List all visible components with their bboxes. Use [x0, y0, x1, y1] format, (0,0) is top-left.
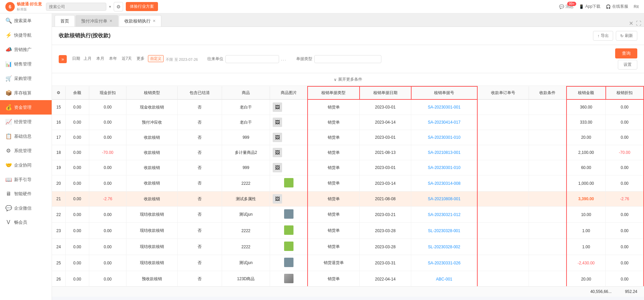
purchase-icon: 🛒	[5, 75, 11, 82]
sidebar-item-label: 经营管理	[14, 119, 32, 125]
date-opt-last-month[interactable]: 上月	[82, 55, 93, 62]
cell-balance: 0.00	[65, 271, 89, 287]
date-opt-this-year[interactable]: 本年	[108, 55, 118, 62]
guide-icon: 📖	[5, 176, 11, 183]
sidebar-item-member[interactable]: V 畅会员	[0, 215, 52, 229]
table-row: 21 0.00 -2.76 收款核销 否 测试多属性 🖼 销货单 2021-08…	[52, 191, 644, 207]
sidebar-item-label: 畅会员	[14, 219, 27, 225]
expand-label: 展开更多条件	[338, 77, 362, 82]
col-settings[interactable]: ⚙	[52, 86, 65, 99]
query-button[interactable]: 查询	[615, 48, 637, 58]
tab-collection-close[interactable]: ✕	[153, 19, 156, 23]
tab-home[interactable]: 首页	[55, 15, 75, 27]
sidebar-item-wechat[interactable]: 💬 企业微信	[0, 201, 52, 215]
sidebar-item-enterprise[interactable]: 🤝 企业协同	[0, 158, 52, 172]
refresh-button[interactable]: ↻ 刷新	[616, 31, 637, 41]
date-opt-this-month[interactable]: 本月	[95, 55, 106, 62]
cancel-no-link[interactable]: SL-20230328-001	[428, 228, 460, 233]
expand-more-button[interactable]: ∨ 展开更多条件	[334, 75, 362, 84]
sidebar-item-guide[interactable]: 📖 新手引导	[0, 172, 52, 187]
doc-type-select[interactable]	[314, 55, 381, 63]
cancel-no-link[interactable]: SA-20230314-008	[428, 181, 460, 186]
cell-goods-image: 🖼	[270, 130, 308, 145]
export-button[interactable]: ↑ 导出	[593, 31, 613, 41]
cancel-no-link[interactable]: SA-20230301-001	[428, 105, 460, 110]
cell-balance: 0.00	[65, 99, 89, 115]
industry-button[interactable]: 体验行业方案	[126, 2, 158, 11]
sidebar-item-inventory[interactable]: 📦 库存核算	[0, 86, 52, 100]
cancel-no-link[interactable]: SA-20210808-001	[428, 197, 460, 201]
sidebar-item-label: 资金管理	[14, 104, 32, 111]
sidebar-item-finance[interactable]: 💰 资金管理	[0, 100, 52, 115]
cell-cancel-amount: 333.00	[567, 115, 606, 130]
sidebar-item-hardware[interactable]: 🖥 智能硬件	[0, 187, 52, 201]
cancel-no-link[interactable]: SA-20210813-001	[428, 150, 460, 155]
gear-button[interactable]: ⚙	[114, 2, 123, 11]
setting-button[interactable]: 设置	[618, 60, 637, 70]
table-header-row: ⚙ 余额 现金折扣 核销类型 包含已结清 商品 商品图片 核销单据类型 核销单据…	[52, 86, 644, 99]
message-button[interactable]: 💬 消息 99+	[559, 4, 574, 9]
cell-cancel-doc-type: 销货单	[308, 175, 359, 191]
from-unit-input[interactable]	[225, 55, 279, 63]
tab-bar-close-icon[interactable]: ✕	[629, 20, 633, 27]
cell-cancel-amount: 1,000.00	[567, 175, 606, 191]
filter-toggle-button[interactable]: »	[59, 55, 67, 63]
top-bar-right: 💬 消息 99+ 📱 App下载 🎧 在线客服 Rit	[559, 4, 639, 9]
search-company-input[interactable]	[46, 3, 106, 11]
cancel-no-link[interactable]: SA-20230414-017	[428, 120, 460, 125]
online-service-button[interactable]: 🎧 在线客服	[606, 4, 628, 9]
page-content: 收款核销执行(按收款) ↑ 导出 ↻ 刷新	[52, 27, 644, 300]
cell-cancel-date: 2023-03-28	[360, 239, 411, 255]
cancel-no-link[interactable]: SA-20230331-026	[428, 261, 460, 265]
cell-goods-image: 🖼	[270, 115, 308, 130]
cancel-no-link[interactable]: SA-20230301-010	[428, 165, 460, 170]
cancel-no-link[interactable]: SA-20230301-010	[428, 135, 460, 140]
cell-balance: 0.00	[65, 255, 89, 271]
app-download-button[interactable]: 📱 App下载	[579, 4, 600, 9]
tab-prepay-close[interactable]: ✕	[109, 19, 112, 23]
sidebar-item-marketing[interactable]: 📣 营销推广	[0, 42, 52, 57]
sidebar-item-management[interactable]: 📈 经营管理	[0, 115, 52, 129]
cell-cancel-date: 2023-03-14	[360, 175, 411, 191]
user-label[interactable]: Rit	[634, 4, 639, 9]
sidebar-item-basic-info[interactable]: 📋 基础信息	[0, 129, 52, 143]
cell-include-settled: 否	[177, 223, 222, 239]
table-scroll[interactable]: ⚙ 余额 现金折扣 核销类型 包含已结清 商品 商品图片 核销单据类型 核销单据…	[52, 86, 644, 286]
cancel-no-link[interactable]: SL-20230328-002	[428, 245, 460, 249]
cell-id: 19	[52, 160, 65, 175]
cell-goods-image	[270, 175, 308, 191]
date-custom-btn[interactable]: 自定义	[148, 55, 164, 62]
cell-cash-discount: 0.00	[89, 223, 126, 239]
date-opt-more[interactable]: 更多	[135, 55, 146, 62]
tab-bar-expand-icon[interactable]: ⛶	[636, 20, 641, 27]
date-opt-7days[interactable]: 近7天	[120, 55, 133, 62]
refresh-icon: ↻	[620, 34, 624, 38]
cancel-no-link[interactable]: ABC-001	[436, 277, 452, 282]
sidebar-item-label: 销售管理	[14, 61, 32, 67]
brand-sub: 标准版	[17, 7, 42, 12]
cell-goods-image	[270, 207, 308, 223]
cell-cancel-amount: 2,100.00	[567, 145, 606, 160]
col-cancel-date: 核销单据日期	[360, 86, 411, 99]
cell-id: 15	[52, 99, 65, 115]
hardware-icon: 🖥	[5, 191, 11, 197]
logo-icon: 6	[5, 2, 15, 11]
sidebar-item-sales[interactable]: 📊 销售管理	[0, 57, 52, 71]
cell-cancel-no: SA-20210813-001	[411, 145, 477, 160]
cancel-no-link[interactable]: SA-20230321-012	[428, 212, 460, 217]
sidebar-item-search[interactable]: 🔍 搜索菜单	[0, 13, 52, 28]
cell-include-settled: 否	[177, 99, 222, 115]
cell-balance: 0.00	[65, 130, 89, 145]
sidebar-item-system[interactable]: ⚙ 系统管理	[0, 143, 52, 158]
col-cancel-no: 核销单据号	[411, 86, 477, 99]
cell-cancel-discount: 0.00	[606, 207, 644, 223]
cell-receipt-condition	[529, 99, 566, 115]
cell-id: 18	[52, 145, 65, 160]
tab-collection[interactable]: 收款核销执行 ✕	[119, 15, 161, 27]
tab-prepay[interactable]: 预付冲应付单 ✕	[75, 15, 118, 27]
sidebar-item-label: 库存核算	[14, 90, 32, 96]
sidebar-item-purchase[interactable]: 🛒 采购管理	[0, 71, 52, 86]
sidebar-item-quick-nav[interactable]: ⚡ 快捷导航	[0, 28, 52, 42]
cell-cancel-doc-type: 销货单	[308, 239, 359, 255]
col-balance: 余额	[65, 86, 89, 99]
